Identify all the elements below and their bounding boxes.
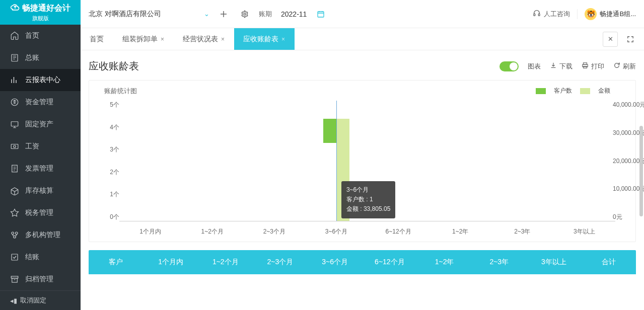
collapse-icon: ◂▮: [10, 297, 17, 304]
table-header-cell: 1~2年: [417, 258, 472, 267]
svg-rect-0: [12, 54, 18, 61]
tab-label: 首页: [90, 35, 104, 44]
download-button[interactable]: 下载: [550, 62, 573, 71]
username: 畅捷通B组...: [600, 10, 636, 19]
reports-icon: [10, 75, 19, 85]
calendar-icon[interactable]: [314, 7, 328, 21]
unpin-button[interactable]: ◂▮ 取消固定: [0, 290, 81, 310]
x-tick: 2~3年: [491, 223, 553, 237]
legend-label-customers: 客户数: [554, 87, 572, 95]
nav-item-assets[interactable]: 固定资产: [0, 113, 81, 135]
svg-rect-14: [534, 14, 535, 16]
company-selector[interactable]: 北京 对啊酒店有限公司 ⌄: [89, 10, 209, 19]
nav-item-close-acc[interactable]: 结账: [0, 246, 81, 268]
nav-item-label: 税务管理: [25, 208, 53, 217]
svg-rect-15: [539, 14, 540, 16]
tab-3[interactable]: 应收账龄表×: [234, 28, 295, 50]
svg-rect-13: [318, 12, 324, 17]
nav-item-funds[interactable]: 资金管理: [0, 91, 81, 113]
avatar: 🐯: [585, 8, 597, 20]
legend-label-amount: 金额: [598, 87, 610, 95]
plus-icon[interactable]: [217, 7, 231, 21]
svg-rect-3: [11, 144, 18, 149]
scrollbar-thumb[interactable]: [639, 126, 643, 216]
tab-label: 经营状况表: [183, 35, 218, 44]
page-title: 应收账龄表: [89, 59, 139, 73]
nav-item-label: 总账: [25, 53, 39, 62]
tax-icon: [10, 208, 19, 217]
bar-customers: [323, 119, 336, 143]
brand-logo: 畅捷通好会计 旗舰版: [0, 0, 81, 25]
table-header-cell: 2~3个月: [253, 258, 308, 267]
tab-0[interactable]: 首页: [81, 28, 113, 50]
table-header-cell: 合计: [581, 258, 636, 267]
tab-2[interactable]: 经营状况表×: [174, 28, 234, 50]
chevron-down-icon: ⌄: [204, 10, 209, 18]
x-tick: 3~6个月: [305, 223, 367, 237]
nav-item-ledger[interactable]: 总账: [0, 47, 81, 69]
headset-icon: [533, 9, 541, 19]
nav-item-label: 结账: [25, 253, 39, 262]
tab-1[interactable]: 组装拆卸单×: [113, 28, 174, 50]
nav-item-label: 首页: [25, 31, 39, 40]
chart-toggle-label: 图表: [528, 62, 541, 71]
fullscreen-button[interactable]: [623, 32, 638, 47]
svg-point-6: [12, 232, 14, 235]
nav-item-invoice[interactable]: 发票管理: [0, 158, 81, 180]
nav-item-label: 资金管理: [25, 98, 53, 107]
chart-card: 账龄统计图 客户数 金额 5个4个3个2个1个0个 40,000.00元30,0…: [89, 80, 636, 242]
nav-item-reports[interactable]: 云报表中心: [0, 69, 81, 91]
chart-toggle[interactable]: [499, 61, 519, 71]
company-name: 北京 对啊酒店有限公司: [89, 10, 161, 19]
refresh-button[interactable]: 刷新: [613, 62, 636, 71]
nav-item-label: 多机构管理: [25, 230, 60, 240]
user-menu[interactable]: 🐯 畅捷通B组...: [585, 8, 636, 20]
content: 应收账龄表 图表 下载: [81, 50, 644, 310]
archive-icon: [10, 275, 19, 284]
table-header-cell: 6~12个月: [363, 258, 417, 267]
nav-item-label: 云报表中心: [25, 75, 60, 85]
invoice-icon: [10, 164, 19, 173]
table-header-cell: 2~3年: [472, 258, 527, 267]
nav-item-label: 库存核算: [25, 186, 53, 195]
nav-item-tax[interactable]: 税务管理: [0, 202, 81, 224]
close-icon[interactable]: ×: [221, 36, 225, 43]
x-tick: 1~2个月: [181, 223, 243, 237]
cloud-icon: [10, 3, 20, 13]
chart-legend: 客户数 金额: [536, 87, 610, 95]
table-header-cell: 客户: [89, 258, 144, 267]
period-label: 账期: [259, 10, 272, 19]
nav-item-label: 固定资产: [25, 120, 53, 129]
nav-item-home[interactable]: 首页: [0, 25, 81, 47]
period-value[interactable]: 2022-11: [281, 10, 307, 18]
chart-tooltip: 3~6个月客户数 : 1金额 : 33,805.05: [341, 181, 395, 218]
nav-item-org[interactable]: 多机构管理: [0, 224, 81, 246]
nav-item-inventory[interactable]: 库存核算: [0, 180, 81, 202]
inventory-icon: [10, 186, 19, 195]
support-link[interactable]: 人工咨询: [533, 9, 570, 19]
funds-icon: [10, 98, 19, 107]
close-icon[interactable]: ×: [281, 36, 285, 43]
svg-point-12: [244, 13, 246, 15]
legend-swatch-customers: [536, 88, 546, 94]
print-button[interactable]: 打印: [582, 62, 604, 71]
close-acc-icon: [10, 253, 19, 262]
brand-edition: 旗舰版: [32, 15, 49, 22]
table-header-cell: 3~6个月: [308, 258, 363, 267]
close-icon[interactable]: ×: [161, 36, 164, 43]
nav-item-salary[interactable]: 工资: [0, 135, 81, 158]
close-all-tabs-button[interactable]: ✕: [603, 32, 618, 47]
salary-icon: [10, 142, 19, 151]
topbar: 北京 对啊酒店有限公司 ⌄ 账期 2022-11 人工咨询: [81, 0, 644, 28]
x-tick: 3年以上: [553, 223, 615, 237]
refresh-icon: [613, 62, 620, 70]
assets-icon: [10, 120, 19, 129]
nav-item-label: 归档管理: [25, 275, 53, 284]
x-tick: 1~2年: [430, 223, 491, 237]
guide-line: [336, 101, 337, 221]
x-tick: 2~3个月: [243, 223, 305, 237]
nav-item-archive[interactable]: 归档管理: [0, 268, 81, 290]
table-header-cell: 3年以上: [527, 258, 582, 267]
gear-icon[interactable]: [238, 7, 252, 21]
svg-rect-18: [584, 66, 587, 68]
